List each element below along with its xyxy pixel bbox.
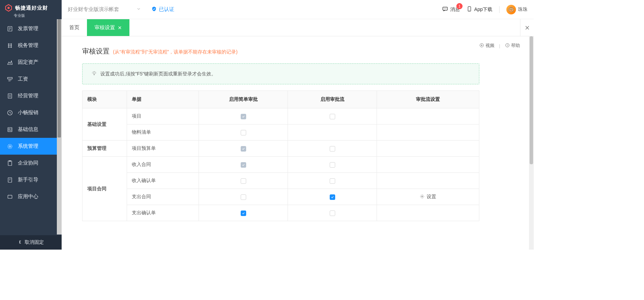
svg-point-14 xyxy=(444,9,444,9)
message-icon xyxy=(442,6,448,13)
sidebar-item-label: 小畅报销 xyxy=(18,109,38,116)
tab-label: 审核设置 xyxy=(94,24,115,31)
svg-point-8 xyxy=(9,145,11,147)
sidebar-item-label: 工资 xyxy=(18,76,28,82)
table-row: 支出确认单 xyxy=(83,205,479,221)
th-setting: 审批流设置 xyxy=(377,91,479,108)
help-label: 帮助 xyxy=(511,43,520,49)
sidebar-item-label: 发票管理 xyxy=(18,25,38,32)
checkbox[interactable] xyxy=(330,114,335,119)
sidebar-item-tax[interactable]: 税务管理 xyxy=(0,37,62,54)
checkbox[interactable] xyxy=(330,194,335,200)
asset-icon xyxy=(7,59,13,65)
checkbox[interactable] xyxy=(241,146,246,152)
close-icon[interactable]: ✕ xyxy=(118,25,122,31)
table-row: 项目合同收入合同 xyxy=(83,157,479,173)
sidebar-item-salary[interactable]: 工资 xyxy=(0,71,62,87)
content-area: 视频 | ? 帮助 审核设置 (从“有审流程”到“无审流程”，该单据不能存在未审… xyxy=(62,36,534,250)
gear-icon xyxy=(420,194,425,200)
checkbox[interactable] xyxy=(241,114,246,119)
checkbox[interactable] xyxy=(330,162,335,168)
simple-cell xyxy=(199,189,288,205)
user-menu[interactable]: 🐵 珠珠 xyxy=(506,5,528,14)
checkbox[interactable] xyxy=(330,178,335,184)
sidebar-item-guide[interactable]: 新手引导 xyxy=(0,171,62,188)
setting-cell xyxy=(377,173,479,189)
sidebar-item-system[interactable]: 系统管理 xyxy=(0,138,62,155)
baseinfo-icon xyxy=(7,127,13,133)
simple-cell xyxy=(199,141,288,157)
app-download-button[interactable]: App下载 xyxy=(467,6,492,13)
sidebar-item-apps[interactable]: 应用中心 xyxy=(0,188,62,205)
content-scrollbar-thumb[interactable] xyxy=(530,36,533,164)
invoice-icon xyxy=(7,26,13,32)
brand-name: 畅捷通好业财 xyxy=(15,5,48,11)
sidebar-item-business[interactable]: 经营管理 xyxy=(0,87,62,104)
content-scrollbar[interactable] xyxy=(529,36,534,250)
simple-cell xyxy=(199,124,288,141)
checkbox[interactable] xyxy=(241,178,246,184)
tip-text: 设置成功后,须按"F5"键刷新页面或重新登录才会生效。 xyxy=(100,71,216,77)
toolbar-separator: | xyxy=(499,43,500,48)
doc-cell: 物料清单 xyxy=(127,124,199,141)
app-root: 畅捷通好业财 专业版 发票管理税务管理固定资产工资经营管理小畅报销基础信息系统管… xyxy=(0,0,534,250)
sidebar-scrollbar[interactable] xyxy=(57,19,62,235)
svg-rect-12 xyxy=(8,195,12,198)
doc-cell: 支出确认单 xyxy=(127,205,199,221)
setting-cell xyxy=(377,157,479,173)
close-all-tabs[interactable] xyxy=(520,19,534,36)
setting-label: 设置 xyxy=(427,194,436,200)
sidebar-item-asset[interactable]: 固定资产 xyxy=(0,54,62,71)
svg-point-22 xyxy=(93,72,96,74)
sidebar-nav: 发票管理税务管理固定资产工资经营管理小畅报销基础信息系统管理企业协同新手引导应用… xyxy=(0,20,62,235)
table-row: 收入确认单 xyxy=(83,173,479,189)
messages-button[interactable]: 消息 1 xyxy=(442,6,460,13)
sidebar-unpin[interactable]: 取消固定 xyxy=(0,235,62,250)
svg-point-18 xyxy=(469,10,469,11)
simple-cell xyxy=(199,157,288,173)
flow-cell xyxy=(288,205,377,221)
lightbulb-icon xyxy=(91,71,97,77)
sidebar-item-invoice[interactable]: 发票管理 xyxy=(0,20,62,37)
checkbox[interactable] xyxy=(241,194,246,200)
tab-首页[interactable]: 首页 xyxy=(62,19,87,36)
sidebar-item-baseinfo[interactable]: 基础信息 xyxy=(0,121,62,138)
verified-badge[interactable]: 已认证 xyxy=(151,6,174,13)
flow-setting-link[interactable]: 设置 xyxy=(420,194,436,200)
doc-cell: 支出合同 xyxy=(127,189,199,205)
svg-point-16 xyxy=(446,9,446,9)
setting-cell xyxy=(377,141,479,157)
guide-icon xyxy=(7,177,13,183)
brand-edition: 专业版 xyxy=(0,13,62,18)
avatar: 🐵 xyxy=(506,5,516,14)
chevron-down-icon xyxy=(136,7,141,12)
help-link[interactable]: ? 帮助 xyxy=(505,43,520,49)
svg-rect-2 xyxy=(8,77,12,79)
topbar: 好业财专业版演示帐套 已认证 消息 1 xyxy=(62,0,534,19)
flow-cell xyxy=(288,189,377,205)
simple-cell xyxy=(199,108,288,124)
tab-label: 首页 xyxy=(69,24,79,31)
checkbox[interactable] xyxy=(241,162,246,168)
play-icon xyxy=(479,43,484,49)
tab-审核设置[interactable]: 审核设置✕ xyxy=(87,19,129,36)
checkbox[interactable] xyxy=(330,146,335,152)
sidebar-item-collab[interactable]: 企业协同 xyxy=(0,155,62,171)
tabs-bar: 首页审核设置✕ xyxy=(62,19,534,36)
checkbox[interactable] xyxy=(241,211,246,216)
flow-cell xyxy=(288,141,377,157)
approval-table: 模块 单据 启用简单审批 启用审批流 审批流设置 基础设置项目物料清单预算管理项… xyxy=(82,91,479,221)
sidebar-scrollbar-thumb[interactable] xyxy=(58,19,61,137)
checkbox[interactable] xyxy=(330,211,335,216)
setting-cell xyxy=(377,108,479,124)
brand-logo[interactable]: 畅捷通好业财 xyxy=(0,0,62,14)
checkbox[interactable] xyxy=(241,130,246,135)
sidebar-item-reimburse[interactable]: 小畅报销 xyxy=(0,104,62,121)
table-row: 物料清单 xyxy=(83,124,479,141)
flow-cell xyxy=(288,157,377,173)
module-cell: 基础设置 xyxy=(83,108,127,141)
video-label: 视频 xyxy=(485,43,494,49)
account-selector[interactable]: 好业财专业版演示帐套 xyxy=(68,6,144,13)
sidebar: 畅捷通好业财 专业版 发票管理税务管理固定资产工资经营管理小畅报销基础信息系统管… xyxy=(0,0,62,250)
video-link[interactable]: 视频 xyxy=(479,43,494,49)
